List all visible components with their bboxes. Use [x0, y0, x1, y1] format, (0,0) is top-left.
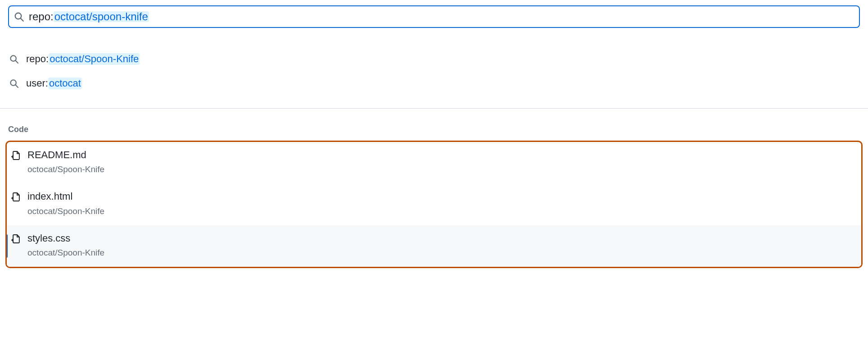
- code-result[interactable]: README.md octocat/Spoon-Knife: [7, 142, 861, 183]
- code-result-filename: styles.css: [27, 233, 104, 244]
- code-result-repo: octocat/Spoon-Knife: [27, 248, 104, 258]
- search-query-prefix: repo:: [29, 11, 54, 22]
- code-result-body: README.md octocat/Spoon-Knife: [27, 149, 104, 174]
- suggestion-user[interactable]: user:octocat: [8, 71, 860, 96]
- search-input[interactable]: repo:octocat/spoon-knife: [8, 5, 860, 28]
- code-result[interactable]: index.html octocat/Spoon-Knife: [7, 183, 861, 225]
- code-result-repo: octocat/Spoon-Knife: [27, 164, 104, 174]
- code-results-group: README.md octocat/Spoon-Knife index.html…: [5, 141, 863, 268]
- code-result-body: styles.css octocat/Spoon-Knife: [27, 233, 104, 258]
- code-result-repo: octocat/Spoon-Knife: [27, 206, 104, 216]
- search-input-field[interactable]: [149, 10, 854, 23]
- section-heading-code: Code: [0, 109, 868, 141]
- search-suggestions: repo:octocat/Spoon-Knife user:octocat: [0, 36, 868, 109]
- file-code-icon: [11, 192, 21, 202]
- search-icon: [9, 78, 19, 88]
- search-icon: [9, 54, 19, 64]
- search-query-display: repo:octocat/spoon-knife: [29, 11, 149, 22]
- file-code-icon: [11, 234, 21, 244]
- suggestion-repo[interactable]: repo:octocat/Spoon-Knife: [8, 47, 860, 71]
- code-result-filename: README.md: [27, 149, 104, 161]
- search-query-value: octocat/spoon-knife: [54, 11, 149, 22]
- code-result-body: index.html octocat/Spoon-Knife: [27, 191, 104, 216]
- suggestion-text: user:octocat: [26, 78, 82, 89]
- file-code-icon: [11, 151, 21, 160]
- code-result[interactable]: styles.css octocat/Spoon-Knife: [7, 225, 861, 267]
- code-result-filename: index.html: [27, 191, 104, 202]
- search-icon: [14, 11, 24, 22]
- suggestion-text: repo:octocat/Spoon-Knife: [26, 53, 140, 65]
